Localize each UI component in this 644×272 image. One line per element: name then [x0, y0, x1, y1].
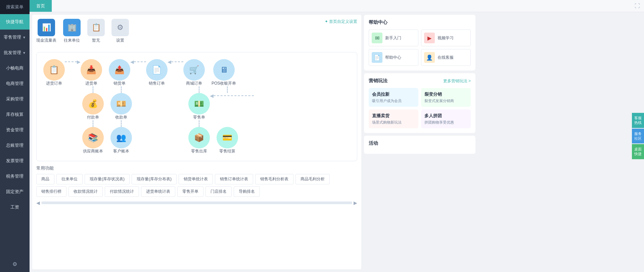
help-item-help[interactable]: 📄 帮助中心	[369, 49, 418, 66]
sidebar-item-retail[interactable]: 零售管理 ▼	[0, 30, 30, 45]
units-label: 往来单位	[64, 38, 80, 43]
video-label: 视频学习	[438, 35, 454, 41]
more-marketing-link[interactable]: 更多营销玩法 >	[443, 78, 471, 84]
empty-label: 暂无	[92, 38, 100, 43]
scroll-right-arrow[interactable]: ▶	[354, 200, 357, 206]
pos-label: POS收银开单	[212, 81, 236, 86]
func-btn-sales-profit[interactable]: 销售毛利分析表	[255, 174, 293, 184]
sidebar-item-label: 采购管理	[6, 96, 24, 102]
func-btn-sales-stat[interactable]: 销货单统计表	[179, 174, 213, 184]
fullscreen-button[interactable]: ⛶	[631, 3, 644, 9]
func-btn-purchase-stat[interactable]: 进货单统计表	[141, 186, 175, 197]
sidebar-item-xiaochange[interactable]: 小畅电商	[0, 60, 30, 76]
help-icon: 📄	[372, 52, 382, 63]
customer-account-icon: 👥	[110, 127, 132, 148]
func-btn-units[interactable]: 往来单位	[56, 174, 83, 184]
func-btn-guide-rank[interactable]: 导购排名	[234, 186, 260, 197]
sidebar: 搜索菜单 快捷导航 零售管理 ▼ 批发管理 ▼ 小畅电商 电商管理 采购管理 库…	[0, 0, 30, 272]
sidebar-item-label: 电商管理	[6, 81, 24, 87]
left-panel: 📊 现金流量表 🏢 往来单位 📋 暂无 ⚙ 设置	[32, 15, 361, 269]
sales-icon: 📤	[109, 59, 130, 81]
home-customize-button[interactable]: ✦ 首页自定义设置	[325, 19, 357, 25]
flow-node-pos[interactable]: 🖥 POS收银开单	[212, 59, 236, 86]
float-btn-community[interactable]: 服务社区	[632, 129, 644, 144]
sidebar-item-ecommerce[interactable]: 电商管理	[0, 76, 30, 91]
float-btn-desktop[interactable]: 桌面快捷	[632, 144, 644, 159]
flow-node-retail-settle[interactable]: 💳 零售结算	[217, 127, 238, 154]
float-btn-customer-service[interactable]: 客服热线	[632, 113, 644, 128]
payment-label: 付款单	[87, 115, 99, 120]
func-btn-retail-order[interactable]: 零售开单	[177, 186, 203, 197]
marketing-header: 营销玩法 更多营销玩法 >	[369, 78, 471, 84]
fission-desc: 裂变式发展分销商	[424, 98, 467, 103]
main-area: 首页 ⛶ 📊 现金流量表 🏢 往来单位 📋	[30, 0, 644, 272]
payment-icon: 💰	[82, 93, 104, 115]
help-item-support[interactable]: 👤 在线客服	[421, 49, 471, 66]
sidebar-item-inventory[interactable]: 库存核算	[0, 107, 30, 122]
sidebar-item-label: 资金管理	[6, 127, 24, 133]
sidebar-item-label: 零售管理	[4, 34, 21, 40]
func-btn-sales-rank[interactable]: 销售排行榜	[36, 186, 66, 197]
func-btn-sales-order-stat[interactable]: 销售订单统计表	[215, 174, 253, 184]
retail-settle-icon: 💳	[217, 127, 238, 148]
help-item-video[interactable]: ▶ 视频学习	[421, 30, 471, 46]
flow-node-sales[interactable]: 📤 销货单	[109, 59, 130, 86]
flow-node-retail-out[interactable]: 📦 零售出库	[188, 127, 210, 154]
marketing-member[interactable]: 会员拉新 吸引用户成为会员	[369, 88, 418, 107]
beginner-icon: ✉	[372, 33, 382, 43]
quick-nav-empty[interactable]: 📋 暂无	[87, 19, 105, 43]
sidebar-item-invoice[interactable]: 发票管理	[0, 153, 30, 169]
sales-order-label: 销售订单	[149, 81, 165, 86]
search-menu-button[interactable]: 搜索菜单	[0, 0, 30, 14]
help-grid: ✉ 新手入门 ▶ 视频学习 📄 帮助中心 👤 在线客服	[369, 30, 471, 66]
chevron-down-icon: ▼	[22, 36, 26, 39]
tab-home[interactable]: 首页	[30, 0, 52, 12]
func-btn-payment-stat[interactable]: 付款情况统计	[105, 186, 139, 197]
sidebar-item-purchase[interactable]: 采购管理	[0, 91, 30, 107]
quick-nav-settings[interactable]: ⚙ 设置	[111, 19, 129, 43]
quick-nav-cashflow[interactable]: 📊 现金流量表	[36, 19, 56, 43]
sidebar-item-assets[interactable]: 固定资产	[0, 184, 30, 199]
sidebar-item-label: 固定资产	[6, 189, 24, 195]
func-btn-stock2[interactable]: 现存量(库存分布表)	[132, 174, 177, 184]
sidebar-item-tax[interactable]: 税务管理	[0, 169, 30, 184]
func-btn-goods-profit[interactable]: 商品毛利分析	[295, 174, 330, 184]
purchase-label: 进货单	[85, 81, 97, 86]
float-buttons: 客服热线 服务社区 桌面快捷	[632, 113, 644, 159]
help-item-beginner[interactable]: ✉ 新手入门	[369, 30, 418, 46]
quick-nav-units[interactable]: 🏢 往来单位	[63, 19, 81, 43]
sidebar-item-quick-nav[interactable]: 快捷导航	[0, 14, 30, 30]
flow-node-purchase[interactable]: 📥 进货单	[81, 59, 102, 86]
flow-node-supplier-account[interactable]: 📚 供应商账本	[82, 127, 104, 154]
func-btn-receipt-stat[interactable]: 收款情况统计	[68, 186, 103, 197]
support-label: 在线客服	[438, 55, 454, 60]
settings-button[interactable]: ⚙	[0, 256, 30, 272]
func-btn-goods[interactable]: 商品	[36, 174, 54, 184]
sidebar-item-wholesale[interactable]: 批发管理 ▼	[0, 45, 30, 60]
marketing-group[interactable]: 多人拼团 拼团购物享受优惠	[421, 109, 471, 128]
mall-order-icon: 🛒	[183, 59, 205, 81]
sidebar-item-payroll[interactable]: 工资	[0, 199, 30, 215]
common-func-title: 常用功能	[36, 165, 357, 171]
flow-node-mall-order[interactable]: 🛒 商城订单	[183, 59, 205, 86]
flow-node-payment[interactable]: 💰 付款单	[82, 93, 104, 120]
flow-node-sales-order[interactable]: 📄 销售订单	[146, 59, 168, 86]
func-btn-store-rank[interactable]: 门店排名	[205, 186, 232, 197]
flow-node-customer-account[interactable]: 👥 客户账本	[110, 127, 132, 154]
flow-node-retail[interactable]: 💵 零售单	[188, 93, 210, 120]
sidebar-item-finance[interactable]: 资金管理	[0, 122, 30, 138]
support-icon: 👤	[424, 52, 435, 63]
flow-node-receipt[interactable]: 💴 收款单	[110, 93, 132, 120]
retail-icon: 💵	[188, 93, 210, 115]
scroll-left-arrow[interactable]: ◀	[36, 200, 40, 206]
marketing-live[interactable]: 直播卖货 场景式购物新玩法	[369, 109, 418, 128]
common-functions: 常用功能 商品 往来单位 现存量(库存状况表) 现存量(库存分布表) 销货单统计…	[36, 165, 357, 197]
sidebar-item-label: 发票管理	[6, 158, 24, 164]
func-btn-stock1[interactable]: 现存量(库存状况表)	[85, 174, 130, 184]
marketing-fission[interactable]: 裂变分销 裂变式发展分销商	[421, 88, 471, 107]
flow-node-purchase-order[interactable]: 📋 进货订单	[43, 59, 65, 86]
sidebar-item-label: 税务管理	[6, 173, 24, 179]
scroll-track[interactable]	[41, 201, 352, 204]
quick-nav-icons: 📊 现金流量表 🏢 往来单位 📋 暂无 ⚙ 设置	[36, 19, 129, 43]
sidebar-item-general-ledger[interactable]: 总账管理	[0, 138, 30, 153]
